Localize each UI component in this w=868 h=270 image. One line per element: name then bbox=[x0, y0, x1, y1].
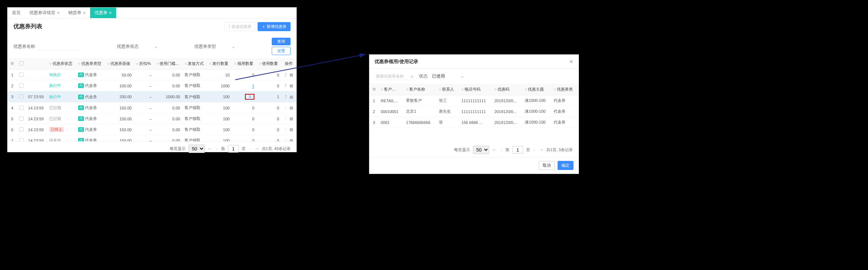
tab-bar: 首页 优惠券详情页 ✕ 销货单 ✕ 优惠券 ✕ bbox=[8, 8, 296, 18]
status-badge: 待执行 bbox=[49, 72, 61, 77]
modal-title: 优惠券领用/使用记录 bbox=[374, 58, 418, 65]
voucher-tag: 代 bbox=[78, 138, 84, 141]
tab-sales[interactable]: 销货单 ✕ bbox=[64, 8, 90, 18]
last-page-icon[interactable]: ⇥ bbox=[254, 146, 259, 151]
status-badge: 已过期 bbox=[49, 116, 61, 121]
status-badge: 已过期 bbox=[49, 105, 61, 110]
row-checkbox[interactable] bbox=[19, 72, 24, 77]
filter-status[interactable]: 优惠券状态 ⌄ bbox=[117, 43, 157, 50]
row-checkbox[interactable] bbox=[19, 83, 24, 88]
sort-icon[interactable]: ⇅ bbox=[185, 62, 187, 66]
search-box: ⌕ bbox=[374, 72, 413, 80]
share-icon[interactable]: ⤴ bbox=[285, 116, 287, 121]
gear-icon[interactable]: ⚙ bbox=[10, 61, 14, 66]
table-row[interactable]: 5 14 23:59 已过期 代 代金券 150.00 -- 0.00 客户领取… bbox=[8, 113, 296, 124]
table-row[interactable]: 1 待执行 代 代金券 50.00 -- 0.00 客户领取 10 0 0 ⤴ … bbox=[8, 70, 296, 80]
voucher-tag: 代 bbox=[78, 72, 84, 77]
gear-icon[interactable]: ⚙ bbox=[372, 87, 376, 91]
share-icon[interactable]: ⤴ bbox=[285, 95, 287, 99]
pagination: 每页显示 50 ⇤ ‹ 第 页 › ⇥ 共1页, 49条记录 bbox=[8, 141, 296, 156]
chevron-down-icon: ⌄ bbox=[232, 45, 235, 49]
cancel-button[interactable]: 取消 bbox=[539, 161, 555, 170]
prev-page-icon[interactable]: ‹ bbox=[500, 148, 503, 152]
distribute-button[interactable]: ⤴发放优惠券 bbox=[224, 22, 255, 31]
add-coupon-button[interactable]: ＋新增优惠券 bbox=[258, 22, 291, 31]
close-icon[interactable]: ✕ bbox=[57, 11, 60, 15]
settings-button[interactable]: 设置 bbox=[272, 47, 291, 55]
sort-icon[interactable]: ⇅ bbox=[494, 88, 497, 91]
tab-detail[interactable]: 优惠券详情页 ✕ bbox=[25, 8, 64, 18]
page-input[interactable] bbox=[512, 146, 523, 154]
main-window: 首页 优惠券详情页 ✕ 销货单 ✕ 优惠券 ✕ 优惠券列表 ⤴发放优惠券 ＋新增… bbox=[7, 7, 297, 152]
search-button[interactable]: 查询 bbox=[272, 38, 291, 45]
sort-icon[interactable]: ⇅ bbox=[49, 62, 52, 66]
table-row[interactable]: 4 14 23:59 已过期 代 代金券 150.00 -- 0.00 客户领取… bbox=[8, 103, 296, 113]
qrcode-icon[interactable]: ▦ bbox=[289, 72, 293, 77]
row-checkbox[interactable] bbox=[19, 127, 24, 132]
row-checkbox[interactable] bbox=[19, 94, 24, 99]
checkbox-all[interactable] bbox=[19, 61, 24, 66]
sort-icon[interactable]: ⇅ bbox=[259, 62, 261, 66]
table-row[interactable]: 2 00010001 北京1 唐先生 11111111111 2019120/0… bbox=[369, 106, 579, 117]
table-row[interactable]: 3 07 23:59 执行中 代 代金券 200.00 -- 1000.00 客… bbox=[8, 91, 296, 103]
filter-type[interactable]: 优惠券类型 ⌄ bbox=[194, 43, 235, 50]
table-row[interactable]: 3 0001 17666666666 张 156 6666 ... 201912… bbox=[369, 117, 579, 128]
close-icon[interactable]: ✕ bbox=[109, 11, 112, 15]
table-row[interactable]: 6 14 23:59 已终止 代 代金券 150.00 -- 0.00 客户领取… bbox=[8, 124, 296, 135]
per-page-select[interactable]: 50 bbox=[189, 145, 205, 153]
share-icon[interactable]: ⤴ bbox=[285, 83, 287, 88]
tab-coupon[interactable]: 优惠券 ✕ bbox=[90, 8, 116, 18]
pagination-total: 共1页, 3条记录 bbox=[546, 147, 573, 153]
sort-icon[interactable]: ⇅ bbox=[209, 62, 212, 66]
sort-icon[interactable]: ⇅ bbox=[107, 62, 110, 66]
sort-icon[interactable]: ⇅ bbox=[461, 88, 464, 91]
qrcode-icon[interactable]: ▦ bbox=[289, 138, 293, 141]
search-icon[interactable]: ⌕ bbox=[411, 74, 413, 79]
share-icon[interactable]: ⤴ bbox=[285, 138, 287, 141]
qrcode-icon[interactable]: ▦ bbox=[289, 95, 293, 99]
sort-icon[interactable]: ⇅ bbox=[156, 62, 159, 66]
confirm-button[interactable]: 确定 bbox=[558, 161, 573, 170]
next-page-icon[interactable]: › bbox=[249, 147, 251, 151]
qrcode-icon[interactable]: ▦ bbox=[289, 105, 293, 110]
qrcode-icon[interactable]: ▦ bbox=[289, 116, 293, 121]
search-input[interactable] bbox=[374, 72, 411, 80]
voucher-tag: 代 bbox=[78, 83, 84, 88]
name-input[interactable] bbox=[37, 43, 80, 50]
close-icon[interactable]: ✕ bbox=[83, 11, 86, 15]
pagination-total: 共1页, 49条记录 bbox=[262, 146, 291, 151]
first-page-icon[interactable]: ⇤ bbox=[492, 148, 497, 152]
tab-home[interactable]: 首页 bbox=[8, 8, 25, 18]
per-page-select[interactable]: 50 bbox=[473, 146, 489, 154]
share-icon[interactable]: ⤴ bbox=[285, 105, 287, 110]
share-icon[interactable]: ⤴ bbox=[285, 72, 287, 77]
share-icon[interactable]: ⤴ bbox=[285, 127, 287, 132]
row-checkbox[interactable] bbox=[19, 116, 24, 121]
sort-icon[interactable]: ⇅ bbox=[406, 88, 408, 91]
sort-icon[interactable]: ⇅ bbox=[439, 88, 441, 91]
sort-icon[interactable]: ⇅ bbox=[78, 62, 81, 66]
sort-icon[interactable]: ⇅ bbox=[234, 62, 237, 66]
close-icon[interactable]: ✕ bbox=[569, 59, 573, 65]
page-input[interactable] bbox=[228, 145, 239, 153]
usage-table: ⚙ ⇅客户... ⇅客户名称 ⇅联系人 ⇅电话号码 ⇅优惠码 ⇅优惠主题 ⇅优惠… bbox=[369, 84, 579, 128]
next-page-icon[interactable]: › bbox=[533, 148, 536, 152]
coupon-table: ⚙ ⇅优惠券状态 ⇅优惠券类型 ⇅优惠券面值 ⇅折扣% ⇅使用门槛... ⇅发放… bbox=[8, 58, 296, 141]
row-checkbox[interactable] bbox=[19, 138, 24, 142]
last-page-icon[interactable]: ⇥ bbox=[539, 148, 543, 152]
status-filter[interactable]: 状态 已使用 ⌄ bbox=[419, 73, 464, 79]
sort-icon[interactable]: ⇅ bbox=[525, 88, 527, 91]
sort-icon[interactable]: ⇅ bbox=[136, 62, 139, 66]
sort-icon[interactable]: ⇅ bbox=[381, 88, 383, 91]
table-row[interactable]: 2 执行中 代 代金券 100.00 -- 0.00 客户领取 1000 1 0… bbox=[8, 80, 296, 91]
table-row[interactable]: 7 14 23:59 待发布 代 代金券 150.00 -- 0.00 客户领取… bbox=[8, 135, 296, 142]
chevron-down-icon: ⌄ bbox=[461, 74, 464, 78]
prev-page-icon[interactable]: ‹ bbox=[215, 147, 218, 151]
row-checkbox[interactable] bbox=[19, 105, 24, 110]
first-page-icon[interactable]: ⇤ bbox=[208, 146, 212, 151]
sort-icon[interactable]: ⇅ bbox=[554, 88, 556, 91]
qrcode-icon[interactable]: ▦ bbox=[289, 83, 293, 88]
qrcode-icon[interactable]: ▦ bbox=[289, 127, 293, 132]
status-badge: 待发布 bbox=[49, 138, 61, 141]
table-row[interactable]: 1 RETAIL... 零散客户 张三 11111111111 2019120/… bbox=[369, 95, 579, 106]
